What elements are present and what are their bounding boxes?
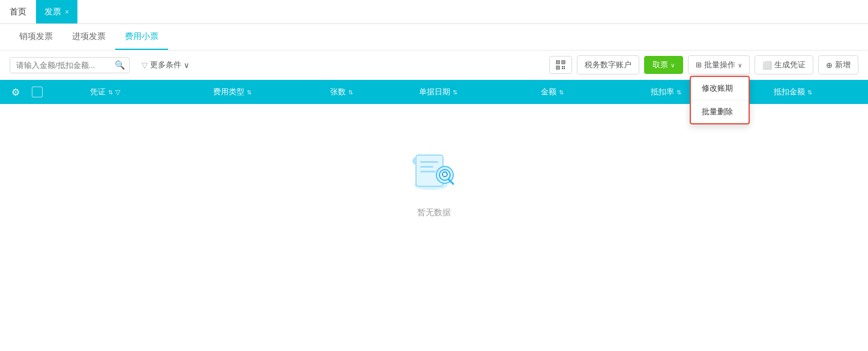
action-right: 税务数字账户 取票 ∨ ⊞ 批量操作 ∨ 修改账期 [549, 55, 858, 75]
sub-tabs-bar: 销项发票 进项发票 费用小票 [0, 24, 868, 50]
gen-voucher-icon: ⬜ [762, 61, 772, 70]
top-action-row: 🔍 ▽ 更多条件 ∨ [0, 50, 868, 80]
search-wrap: 🔍 [10, 57, 130, 73]
batch-op-dropdown: 修改账期 批量删除 [690, 76, 750, 124]
col-checkbox[interactable] [26, 87, 48, 97]
col-settings[interactable]: ⚙ [5, 87, 26, 98]
count-sort-icon[interactable]: ⇅ [348, 89, 353, 96]
search-icon[interactable]: 🔍 [115, 60, 125, 70]
tax-account-btn[interactable]: 税务数字账户 [577, 55, 639, 75]
more-filter-btn[interactable]: ▽ 更多条件 ∨ [137, 57, 194, 73]
col-expense-type: 费用类型 ⇅ [162, 87, 302, 97]
col-count: 张数 ⇅ [302, 87, 381, 97]
nav-tab-invoice[interactable]: 发票 × [36, 0, 77, 23]
add-label: 新增 [835, 60, 851, 70]
col-date: 单据日期 ⇅ [381, 87, 495, 97]
svg-rect-8 [562, 68, 563, 69]
close-tab-icon[interactable]: × [65, 8, 69, 16]
action-left: 🔍 ▽ 更多条件 ∨ [10, 57, 194, 73]
empty-illustration [404, 140, 464, 200]
svg-rect-15 [420, 171, 436, 172]
nav-tab-label: 发票 [44, 7, 61, 17]
svg-rect-3 [563, 62, 564, 63]
sub-tabs-left: 销项发票 进项发票 费用小票 [10, 24, 168, 50]
dropdown-item-batch-delete[interactable]: 批量删除 [691, 100, 749, 123]
svg-rect-6 [562, 66, 563, 67]
deduct-amount-sort-icon[interactable]: ⇅ [807, 89, 812, 96]
batch-op-wrap: ⊞ 批量操作 ∨ 修改账期 批量删除 [688, 55, 750, 75]
svg-rect-1 [558, 62, 559, 63]
svg-rect-13 [420, 161, 438, 163]
search-input[interactable] [10, 57, 130, 73]
header-checkbox[interactable] [32, 87, 43, 97]
deduct-rate-sort-icon[interactable]: ⇅ [677, 89, 681, 96]
tab-sales-invoice[interactable]: 销项发票 [10, 24, 62, 50]
svg-rect-14 [420, 166, 433, 168]
tab-purchase-invoice[interactable]: 进项发票 [62, 24, 115, 50]
nav-home[interactable]: 首页 [0, 0, 36, 23]
gen-voucher-label: 生成凭证 [774, 60, 806, 70]
take-invoice-chevron: ∨ [671, 62, 675, 69]
voucher-filter-icon[interactable]: ▽ [115, 88, 120, 96]
svg-rect-9 [564, 68, 565, 69]
take-invoice-btn[interactable]: 取票 ∨ [644, 56, 683, 74]
svg-rect-5 [558, 67, 559, 69]
settings-icon[interactable]: ⚙ [11, 87, 20, 98]
voucher-sort-icon[interactable]: ⇅ [108, 89, 113, 96]
svg-rect-7 [564, 66, 565, 67]
filter-icon: ▽ [142, 61, 148, 70]
col-amount: 金额 ⇅ [495, 87, 609, 97]
qr-icon [556, 60, 565, 70]
batch-op-icon: ⊞ [696, 61, 702, 69]
amount-sort-icon[interactable]: ⇅ [559, 89, 564, 96]
empty-text: 暂无数据 [417, 207, 451, 218]
add-btn[interactable]: ⊕ 新增 [818, 55, 858, 75]
add-icon: ⊕ [826, 61, 833, 70]
tax-account-label: 税务数字账户 [585, 60, 631, 70]
expense-type-sort-icon[interactable]: ⇅ [247, 89, 252, 96]
batch-op-btn[interactable]: ⊞ 批量操作 ∨ [688, 55, 750, 75]
qr-code-btn[interactable] [549, 56, 572, 74]
empty-state: 暂无数据 [0, 104, 868, 242]
tab-expense-receipt[interactable]: 费用小票 [115, 24, 168, 50]
batch-op-label: 批量操作 [704, 60, 735, 70]
top-nav: 首页 发票 × [0, 0, 868, 24]
page-content: 销项发票 进项发票 费用小票 🔍 ▽ 更多条件 ∨ [0, 24, 868, 351]
col-voucher: 凭证 ⇅ ▽ [48, 87, 162, 97]
filter-chevron: ∨ [184, 61, 190, 70]
filter-label: 更多条件 [150, 60, 181, 70]
date-sort-icon[interactable]: ⇅ [453, 89, 457, 96]
batch-op-chevron: ∨ [738, 62, 742, 69]
gen-voucher-btn[interactable]: ⬜ 生成凭证 [755, 55, 813, 75]
dropdown-item-modify-period[interactable]: 修改账期 [691, 77, 749, 100]
take-invoice-label: 取票 [653, 60, 668, 70]
